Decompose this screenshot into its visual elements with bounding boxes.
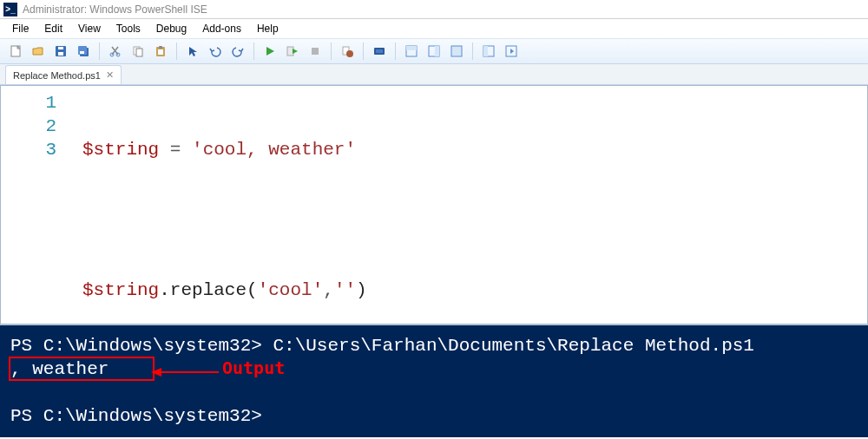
breakpoint-icon[interactable] [337,41,358,62]
menu-file[interactable]: File [5,21,36,36]
code-editor[interactable]: 1 2 3 $string = 'cool, weather' $string.… [0,85,868,324]
svg-rect-10 [136,49,142,56]
svg-rect-14 [287,47,293,56]
line-number: 1 [1,91,56,115]
svg-rect-12 [159,46,162,49]
stop-icon[interactable] [305,41,326,62]
annotation-label: Output [222,357,285,380]
toolbar-separator [331,43,332,60]
line-number: 3 [1,138,56,161]
commands-icon[interactable] [478,41,499,62]
menu-tools[interactable]: Tools [109,21,148,36]
show-script-icon[interactable] [401,41,422,62]
annotation-arrow-icon [151,365,220,379]
show-script-right-icon[interactable] [424,41,444,62]
show-command-addon-icon[interactable] [501,41,522,62]
toolbar-separator [363,43,364,60]
open-folder-icon[interactable] [28,41,49,62]
menu-addons[interactable]: Add-ons [195,21,248,36]
svg-rect-23 [435,46,439,56]
toolbar [0,38,868,64]
code-line [82,208,367,232]
save-all-icon[interactable] [73,41,94,62]
console-line: PS C:\Windows\system32> C:\Users\Farhan\… [10,334,858,357]
line-number: 2 [1,115,56,138]
code-line: $string.replace('cool','') [82,278,367,302]
svg-rect-3 [58,47,63,49]
titlebar: >_ Administrator: Windows PowerShell ISE [0,0,868,19]
tab-close-icon[interactable]: ✕ [106,69,114,81]
annotation-box [9,357,155,381]
show-script-max-icon[interactable] [446,41,467,62]
run-icon[interactable] [260,41,280,62]
toolbar-separator [176,43,177,60]
svg-rect-26 [483,46,488,56]
console-blank [10,381,858,404]
tab-bar: Replace Method.ps1 ✕ [0,64,868,85]
remote-icon[interactable] [369,41,390,62]
powershell-icon: >_ [3,3,17,16]
paste-icon[interactable] [150,41,171,62]
tab-label: Replace Method.ps1 [13,70,101,81]
code-line: $string = 'cool, weather' [82,138,367,161]
svg-point-17 [346,50,353,57]
menu-help[interactable]: Help [250,21,286,36]
svg-rect-15 [312,48,319,55]
console-prompt: PS C:\Windows\system32> [10,404,858,428]
line-gutter: 1 2 3 [1,86,65,324]
cursor-icon[interactable] [182,41,203,62]
save-icon[interactable] [50,41,71,62]
menu-debug[interactable]: Debug [149,21,194,36]
svg-rect-2 [58,52,63,56]
tab-file[interactable]: Replace Method.ps1 ✕ [5,65,122,84]
toolbar-separator [472,43,473,60]
toolbar-separator [99,43,100,60]
toolbar-separator [253,43,254,60]
menu-edit[interactable]: Edit [37,21,69,36]
svg-rect-6 [80,51,84,54]
new-file-icon[interactable] [5,41,26,62]
window-title: Administrator: Windows PowerShell ISE [23,3,207,16]
console-pane[interactable]: PS C:\Windows\system32> C:\Users\Farhan\… [0,324,868,437]
svg-rect-24 [451,46,462,56]
cut-icon[interactable] [105,41,126,62]
toolbar-separator [395,43,396,60]
svg-rect-21 [406,46,417,50]
undo-icon[interactable] [205,41,226,62]
svg-rect-19 [376,49,383,53]
svg-rect-13 [158,49,163,55]
run-selection-icon[interactable] [282,41,303,62]
menu-view[interactable]: View [71,21,108,36]
redo-icon[interactable] [227,41,248,62]
menubar: File Edit View Tools Debug Add-ons Help [0,19,868,38]
copy-icon[interactable] [128,41,148,62]
code-area[interactable]: $string = 'cool, weather' $string.replac… [65,86,367,324]
